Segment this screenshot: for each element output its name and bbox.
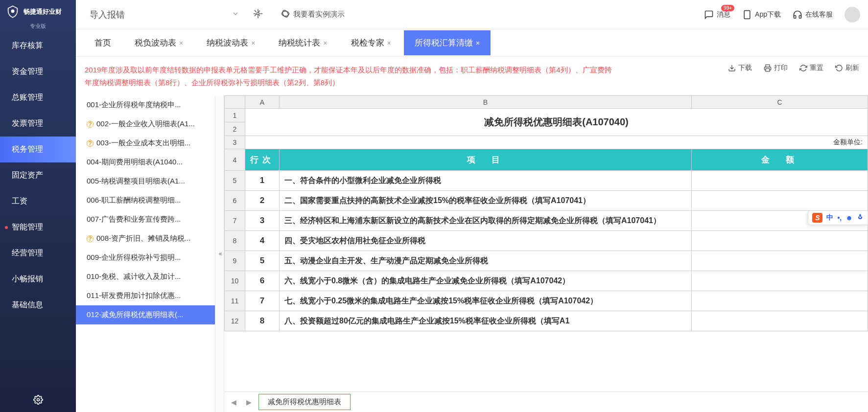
nav-item-10[interactable]: 基础信息 [0, 292, 76, 318]
unit-cell[interactable]: 金额单位: [245, 136, 868, 149]
amount-cell[interactable] [692, 291, 868, 311]
item-cell[interactable]: 六、线宽小于0.8微米（含）的集成电路生产企业减免企业所得税（填写A107042… [280, 271, 692, 291]
amount-cell[interactable] [692, 191, 868, 211]
tab-0[interactable]: 首页 [84, 30, 122, 55]
amount-cell[interactable] [692, 171, 868, 191]
messages-button[interactable]: 消息 99+ [704, 10, 730, 20]
row-header[interactable]: 6 [225, 191, 245, 211]
tab-4[interactable]: 税检专家× [340, 30, 402, 55]
row-header[interactable]: 5 [225, 171, 245, 191]
avatar[interactable] [845, 7, 860, 23]
sheet-tab[interactable]: 减免所得税优惠明细表 [258, 394, 351, 410]
col-header-b[interactable]: B [280, 96, 692, 109]
item-cell[interactable]: 七、线宽小于0.25微米的集成电路生产企业减按15%税率征收企业所得税（填写A1… [280, 291, 692, 311]
row-num-cell[interactable]: 7 [245, 291, 280, 311]
row-num-cell[interactable]: 8 [245, 311, 280, 331]
ime-lang[interactable]: 中 [826, 213, 833, 222]
nav-item-7[interactable]: 智能管理 [0, 214, 76, 240]
amount-cell[interactable] [692, 231, 868, 251]
app-download-button[interactable]: App下载 [742, 10, 781, 20]
tab-3[interactable]: 纳税统计表× [268, 30, 338, 55]
close-icon[interactable]: × [387, 39, 391, 47]
sheet-prev-icon[interactable]: ◀ [228, 398, 239, 406]
tree-item-9[interactable]: 010-免税、减计收入及加计... [76, 267, 215, 286]
tree-item-8[interactable]: 009-企业所得税弥补亏损明... [76, 248, 215, 267]
grid-wrap[interactable]: A B C 1减免所得税优惠明细表(A107040) 2 3金额单位: 4 行次… [224, 95, 868, 391]
item-cell[interactable]: 八、投资额超过80亿元的集成电路生产企业减按15%税率征收企业所得税（填写A1 [280, 311, 692, 331]
row-header[interactable]: 2 [225, 122, 245, 136]
ime-punct-icon[interactable]: •, [837, 214, 842, 222]
tree-item-6[interactable]: 007-广告费和业务宣传费跨... [76, 210, 215, 229]
nav-item-4[interactable]: 税务管理 [0, 137, 76, 162]
tree-item-5[interactable]: 006-职工薪酬纳税调整明细... [76, 191, 215, 210]
tab-5[interactable]: 所得税汇算清缴× [404, 30, 491, 55]
item-cell[interactable]: 二、国家需要重点扶持的高新技术企业减按15%的税率征收企业所得税（填写A1070… [280, 191, 692, 211]
item-cell[interactable]: 四、受灾地区农村信用社免征企业所得税 [280, 231, 692, 251]
row-header[interactable]: 3 [225, 136, 245, 149]
ime-mic-icon[interactable] [857, 214, 864, 222]
close-icon[interactable]: × [179, 39, 183, 47]
row-header[interactable]: 8 [225, 231, 245, 251]
collapse-tree-button[interactable] [215, 95, 224, 412]
th-amount[interactable]: 金 额 [692, 149, 868, 171]
tree-item-7[interactable]: ?008-资产折旧、摊销及纳税... [76, 229, 215, 248]
download-button[interactable]: 下载 [728, 64, 752, 72]
nav-item-9[interactable]: 小畅报销 [0, 266, 76, 292]
row-num-cell[interactable]: 1 [245, 171, 280, 191]
nav-item-1[interactable]: 资金管理 [0, 59, 76, 85]
tree-item-10[interactable]: 011-研发费用加计扣除优惠... [76, 286, 215, 305]
row-num-cell[interactable]: 5 [245, 251, 280, 271]
sheet-next-icon[interactable]: ▶ [243, 398, 255, 406]
nav-item-5[interactable]: 固定资产 [0, 162, 76, 188]
reset-button[interactable]: 重置 [799, 64, 823, 72]
ime-face-icon[interactable]: ☻ [845, 214, 853, 222]
col-header-a[interactable]: A [245, 96, 280, 109]
print-button[interactable]: 打印 [764, 64, 788, 72]
tree-item-0[interactable]: 001-企业所得税年度纳税申... [76, 95, 215, 114]
nav-item-0[interactable]: 库存核算 [0, 33, 76, 59]
row-header[interactable]: 9 [225, 251, 245, 271]
tab-1[interactable]: 税负波动表× [124, 30, 194, 55]
nav-item-8[interactable]: 经营管理 [0, 240, 76, 266]
settings-icon[interactable] [0, 389, 76, 412]
amount-cell[interactable] [692, 271, 868, 291]
refresh-button[interactable]: 刷新 [835, 64, 859, 72]
row-num-cell[interactable]: 3 [245, 211, 280, 231]
row-header[interactable]: 7 [225, 211, 245, 231]
ime-bar[interactable]: S 中 •, ☻ [808, 210, 868, 225]
item-cell[interactable]: 一、符合条件的小型微利企业减免企业所得税 [280, 171, 692, 191]
row-num-cell[interactable]: 4 [245, 231, 280, 251]
tree-item-11[interactable]: 012-减免所得税优惠明细表(... [76, 305, 215, 324]
demo-link[interactable]: 我要看实例演示 [281, 9, 345, 20]
service-button[interactable]: 在线客服 [793, 10, 833, 20]
gear-icon[interactable] [253, 9, 263, 20]
row-header[interactable]: 4 [225, 149, 245, 171]
close-icon[interactable]: × [251, 39, 255, 47]
item-cell[interactable]: 三、经济特区和上海浦东新区新设立的高新技术企业在区内取得的所得定期减免企业所得税… [280, 211, 692, 231]
col-header-c[interactable]: C [692, 96, 868, 109]
row-header[interactable]: 10 [225, 271, 245, 291]
tree-item-2[interactable]: ?003-一般企业成本支出明细... [76, 134, 215, 153]
item-cell[interactable]: 五、动漫企业自主开发、生产动漫产品定期减免企业所得税 [280, 251, 692, 271]
row-header[interactable]: 12 [225, 311, 245, 331]
tree-item-4[interactable]: 005-纳税调整项目明细表(A1... [76, 172, 215, 191]
nav-item-3[interactable]: 发票管理 [0, 111, 76, 137]
amount-cell[interactable] [692, 251, 868, 271]
search-box[interactable]: 导入报错 [84, 6, 245, 23]
tab-2[interactable]: 纳税波动表× [196, 30, 266, 55]
row-num-cell[interactable]: 6 [245, 271, 280, 291]
corner-cell[interactable] [225, 96, 245, 109]
close-icon[interactable]: × [323, 39, 327, 47]
tree-item-1[interactable]: ?002-一般企业收入明细表(A1... [76, 114, 215, 134]
nav-item-2[interactable]: 总账管理 [0, 85, 76, 111]
amount-cell[interactable] [692, 311, 868, 331]
row-num-cell[interactable]: 2 [245, 191, 280, 211]
th-rownum[interactable]: 行次 [245, 149, 280, 171]
tree-item-3[interactable]: 004-期间费用明细表(A1040... [76, 153, 215, 172]
th-item[interactable]: 项 目 [280, 149, 692, 171]
ime-s-icon[interactable]: S [812, 213, 822, 223]
close-icon[interactable]: × [476, 39, 480, 47]
row-header[interactable]: 1 [225, 109, 245, 122]
nav-item-6[interactable]: 工资 [0, 188, 76, 214]
chevron-down-icon[interactable] [232, 10, 239, 19]
